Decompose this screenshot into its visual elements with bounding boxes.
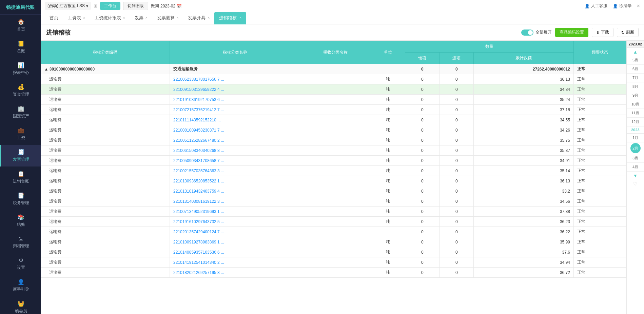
month-aug[interactable]: 8月: [627, 82, 644, 91]
row-unit: 吨: [371, 84, 405, 95]
row-code: 运输费: [41, 196, 170, 207]
row-status: 正常: [573, 207, 626, 217]
sidebar-item-home[interactable]: 🏠 首页: [0, 15, 41, 36]
row-status: 正常: [573, 145, 626, 156]
row-invoice-id: 2210131403081619122 3 ...: [170, 196, 300, 207]
row-purchase: 0: [440, 186, 474, 196]
row-cumulative: 34.26: [474, 125, 574, 135]
row-code: 运输费: [41, 268, 170, 278]
sidebar-item-invoice[interactable]: 🧾 发票管理: [0, 145, 41, 166]
period-display: 账期 2023-02 📅: [151, 3, 182, 9]
col-header-unit: 单位: [371, 41, 405, 64]
tab-salary-table-close[interactable]: ×: [83, 16, 85, 20]
user-profile[interactable]: 👤 徐湛华: [613, 3, 631, 9]
sidebar-item-sales-ledger[interactable]: 📋 进销台账: [0, 166, 41, 188]
col-header-sales: 销项: [405, 53, 440, 64]
side-heart-icon: ♡: [627, 180, 644, 188]
month-jul[interactable]: 7月: [627, 74, 644, 82]
close-button[interactable]: ×: [637, 3, 640, 9]
row-purchase: 0: [440, 247, 474, 257]
row-purchase: 0: [440, 227, 474, 237]
tab-invoice-close[interactable]: ×: [145, 16, 148, 20]
row-sales: 0: [405, 247, 440, 257]
row-status: 正常: [573, 196, 626, 207]
sidebar-item-salary[interactable]: 💼 工资: [0, 123, 41, 145]
row-code: 运输费: [41, 115, 170, 125]
table-row: 运输费 2210021557035764363 3 ... 吨 0 0 35.1…: [41, 166, 626, 176]
tab-sales-audit-label: 进销稽核: [219, 15, 237, 21]
sidebar-item-member[interactable]: 👑 畅会员: [0, 296, 41, 314]
month-apr[interactable]: 4月: [627, 163, 644, 172]
archive-icon: 🗂: [18, 236, 24, 242]
row-cumulative: 35.75: [474, 135, 574, 145]
tab-invoice-calc-close[interactable]: ×: [177, 16, 179, 20]
tab-invoice[interactable]: 发票 ×: [130, 12, 152, 24]
table-row: 运输费 2210141912541014340 2 ... 吨 0 0 34.9…: [41, 257, 626, 268]
month-oct[interactable]: 10月: [627, 100, 644, 109]
sidebar-item-tax[interactable]: 📑 税务管理: [0, 188, 41, 210]
month-sep[interactable]: 9月: [627, 91, 644, 100]
tab-invoice-issue[interactable]: 发票开具 ×: [183, 12, 214, 24]
row-purchase: 0: [440, 166, 474, 176]
calendar-nav-up[interactable]: ▲: [627, 48, 644, 56]
row-sales: 0: [405, 176, 440, 186]
calendar-icon[interactable]: 📅: [177, 4, 182, 8]
refresh-button[interactable]: ↻ 刷新: [617, 28, 639, 37]
workspace-button[interactable]: 工作台: [100, 2, 120, 10]
sidebar-item-funds[interactable]: 💰 资金管理: [0, 80, 41, 101]
sidebar-item-settings[interactable]: ⚙ 设置: [0, 253, 41, 275]
tab-home[interactable]: 首页: [45, 12, 63, 24]
row-status: 正常: [573, 74, 626, 84]
sidebar-item-reports[interactable]: 📊 报表中心: [0, 58, 41, 80]
table-row: 运输费 2210050903431708658 7 ... 吨 0 0 34.9…: [41, 156, 626, 166]
row-unit: 吨: [371, 166, 405, 176]
sidebar-item-ledger[interactable]: 📒 总账: [0, 36, 41, 58]
sidebar-item-guide[interactable]: 👤 新手引导: [0, 275, 41, 296]
sidebar-item-assets[interactable]: 🏢 固定资产: [0, 101, 41, 123]
period-value: 2023-02: [160, 4, 175, 8]
month-jan[interactable]: 1月: [627, 134, 644, 142]
month-may[interactable]: 5月: [627, 56, 644, 65]
tab-salary-stats-close[interactable]: ×: [123, 16, 125, 20]
tab-salary-table[interactable]: 工资表 ×: [63, 12, 90, 24]
row-code: 运输费: [41, 105, 170, 115]
sidebar-item-close[interactable]: 📚 结账: [0, 210, 41, 232]
product-code-settings-button[interactable]: 商品编码设置: [555, 28, 588, 37]
tab-sales-audit-close[interactable]: ×: [239, 16, 241, 20]
table-row: 运输费 2210191036192170753 6 ... 吨 0 0 35.2…: [41, 95, 626, 105]
row-invoice-id: 2210072157376219412 7 ...: [170, 105, 300, 115]
download-button[interactable]: ⬇ 下载: [592, 28, 613, 37]
tab-salary-stats[interactable]: 工资统计报表 ×: [90, 12, 130, 24]
calendar-nav-down[interactable]: ▼: [627, 172, 644, 180]
row-status: 正常: [573, 156, 626, 166]
tab-invoice-calc[interactable]: 发票测算 ×: [152, 12, 183, 24]
table-row: 运输费 2210061508340340268 8 ... 吨 0 0 35.3…: [41, 145, 626, 156]
sidebar-item-archive[interactable]: 🗂 归档管理: [0, 232, 41, 253]
row-code: 运输费: [41, 166, 170, 176]
row-sales: 0: [405, 257, 440, 268]
switch-version-button[interactable]: 切到旧版: [123, 2, 148, 10]
tab-invoice-issue-close[interactable]: ×: [208, 16, 210, 20]
month-dec[interactable]: 12月: [627, 118, 644, 126]
tab-sales-audit[interactable]: 进销稽核 ×: [214, 12, 246, 24]
support-button[interactable]: 👤 人工客服: [585, 3, 607, 9]
row-invoice-id: 2210130936520853522 1 ...: [170, 176, 300, 186]
row-purchase: 0: [440, 176, 474, 186]
month-mar[interactable]: 3月: [627, 154, 644, 163]
row-unit: 吨: [371, 135, 405, 145]
month-jun[interactable]: 6月: [627, 65, 644, 74]
company-selector[interactable]: (勿动) 江西报宝-LSS ▾: [45, 2, 91, 10]
table-row: 运输费 2210081009453230371 7 ... 吨 0 0 34.2…: [41, 125, 626, 135]
audit-table: 税收分类编码 税收分类名称 税收分类名称 单位 数量 预警状态 销项 进项 累计…: [41, 41, 626, 278]
expand-toggle[interactable]: [521, 30, 533, 36]
table-row: 运输费 2210091503139659222 4 ... 吨 0 0 34.8…: [41, 84, 626, 95]
row-unit: 吨: [371, 207, 405, 217]
month-nov[interactable]: 11月: [627, 109, 644, 118]
table-row: 运输费 2210072157376219412 7 ... 吨 0 0 37.1…: [41, 105, 626, 115]
table-row: 运输费 2210111143592152210 ... 吨 0 0 34.55 …: [41, 115, 626, 125]
row-cumulative: 36.22: [474, 227, 574, 237]
row-status: 正常: [573, 268, 626, 278]
month-feb-active[interactable]: 2月: [630, 143, 641, 153]
row-purchase: 0: [440, 64, 474, 74]
content-area: 税收分类编码 税收分类名称 税收分类名称 单位 数量 预警状态 销项 进项 累计…: [41, 41, 644, 314]
